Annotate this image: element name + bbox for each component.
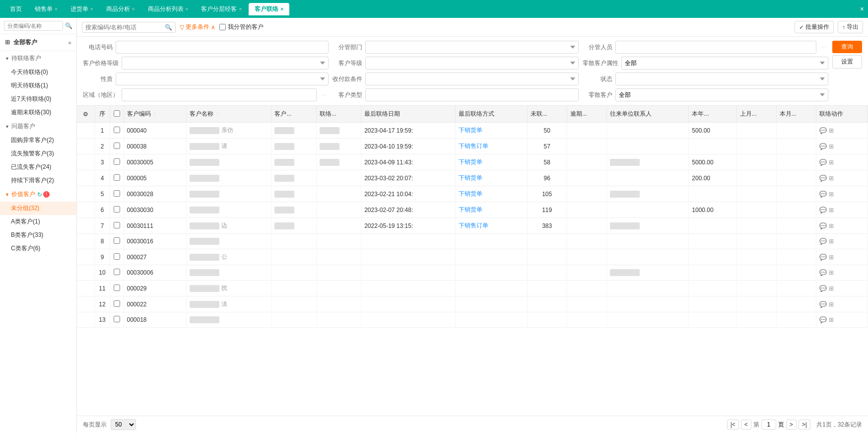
row-checkbox[interactable] [110,265,124,281]
sidebar-search-icon[interactable]: 🔍 [65,22,72,29]
more-conditions-btn[interactable]: ▽ 更多条件 ∧ [180,23,215,31]
tab-product-list[interactable]: 商品分析列表 × [142,3,195,15]
query-button[interactable]: 查询 [832,41,862,53]
grid-action-icon[interactable]: ⊞ [829,254,834,261]
col-name[interactable]: 客户名称 ⋮ [187,106,271,123]
page-size-select[interactable]: 50 100 [111,419,136,430]
region-input[interactable] [122,88,317,101]
grid-action-icon[interactable]: ⊞ [829,269,834,276]
sidebar-section-problem[interactable]: ▼ 问题客户 [0,119,76,134]
tab-sales-close[interactable]: × [55,6,58,12]
reset-button[interactable]: 设置 [832,55,862,69]
col-category[interactable]: 客户... [271,106,316,123]
retail-attr-select[interactable]: 全部 [621,57,828,70]
last-type-link[interactable]: 下销货单 [459,174,482,181]
sidebar-item-tomorrow[interactable]: 明天待联络(1) [0,79,76,92]
status-select[interactable] [615,72,828,85]
sidebar-section-value[interactable]: ▼ 价值客户 ↻ ! [0,187,76,202]
col-partner[interactable]: 往来单位联系人 [606,106,688,123]
col-code[interactable]: 客户编码 ⋮ [124,106,187,123]
tab-product-analysis[interactable]: 商品分析 × [100,3,141,15]
chat-icon[interactable]: 💬 [819,254,827,261]
row-checkbox[interactable] [110,123,124,139]
customer-level-select[interactable] [365,57,578,70]
tab-customer-segment-close[interactable]: × [239,6,242,12]
chat-icon[interactable]: 💬 [819,175,827,182]
grid-action-icon[interactable]: ⊞ [829,175,834,182]
tab-purchase[interactable]: 进货单 × [65,3,99,15]
toolbar-search-icon[interactable]: 🔍 [165,24,172,31]
last-type-link[interactable]: 下销货单 [459,206,482,213]
row-checkbox[interactable] [110,202,124,218]
row-checkbox[interactable] [110,170,124,186]
tab-customer-contact-close[interactable]: × [280,6,283,12]
grid-action-icon[interactable]: ⊞ [829,316,834,323]
row-checkbox[interactable] [110,218,124,234]
page-number-input[interactable] [761,420,776,430]
row-checkbox[interactable] [110,139,124,154]
chat-icon[interactable]: 💬 [819,191,827,198]
chat-icon[interactable]: 💬 [819,301,827,308]
chat-icon[interactable]: 💬 [819,269,827,276]
sidebar-item-descending[interactable]: 持续下滑客户(2) [0,174,76,187]
export-button[interactable]: ↑ 导出 [838,21,863,33]
grid-action-icon[interactable]: ⊞ [829,143,834,150]
sidebar-item-ungroup[interactable]: 未分组(32) [0,202,76,215]
next-page-btn[interactable]: > [786,420,797,430]
chat-icon[interactable]: 💬 [819,316,827,323]
batch-op-button[interactable]: ✓ 批量操作 [795,21,834,33]
grid-action-icon[interactable]: ⊞ [829,207,834,214]
phone-input[interactable] [116,41,329,54]
col-contact[interactable]: 联络... [316,106,361,123]
grid-action-icon[interactable]: ⊞ [829,159,834,166]
grid-action-icon[interactable]: ⊞ [829,127,834,134]
col-checkbox[interactable] [110,106,124,123]
first-page-btn[interactable]: |< [727,420,739,430]
col-settings[interactable]: ⚙ [77,106,95,123]
last-type-link[interactable]: 下销售订单 [459,143,488,149]
sidebar-item-lost[interactable]: 已流失客户(24) [0,160,76,174]
col-code-resize[interactable]: ⋮ [152,111,157,117]
toolbar-search-input[interactable] [85,24,165,31]
sidebar-collapse-icon[interactable]: « [68,39,71,46]
col-this-month[interactable]: 本月... [776,106,816,123]
sidebar-item-group-a[interactable]: A类客户(1) [0,215,76,228]
sidebar-item-near7[interactable]: 近7天待联络(0) [0,92,76,106]
dept-select[interactable] [365,41,578,54]
row-checkbox[interactable] [110,249,124,265]
chat-icon[interactable]: 💬 [819,207,827,214]
person-input[interactable] [615,41,816,54]
row-checkbox[interactable] [110,154,124,170]
tab-purchase-close[interactable]: × [90,6,93,12]
last-type-link[interactable]: 下销货单 [459,190,482,197]
col-this-year[interactable]: 本年... [689,106,736,123]
sidebar-all-customers[interactable]: ⊞ 全部客户 « [0,34,76,51]
chat-icon[interactable]: 💬 [819,285,827,292]
row-checkbox[interactable] [110,312,124,328]
grid-action-icon[interactable]: ⊞ [829,222,834,229]
col-name-resize[interactable]: ⋮ [215,111,220,117]
grid-action-icon[interactable]: ⊞ [829,285,834,292]
nature-select[interactable] [116,72,329,85]
col-last-type[interactable]: 最后联络方式 [455,106,527,123]
settings-icon[interactable]: ⚙ [83,111,88,118]
last-type-link[interactable]: 下销货单 [459,158,482,165]
grid-action-icon[interactable]: ⊞ [829,191,834,198]
reload-icon[interactable]: ↻ [37,191,42,198]
chat-icon[interactable]: 💬 [819,222,827,229]
sidebar-item-group-c[interactable]: C类客户(6) [0,242,76,255]
col-no-contact[interactable]: 未联... [527,106,567,123]
sidebar-section-pending[interactable]: ▼ 待联络客户 [0,51,76,66]
chat-icon[interactable]: 💬 [819,127,827,134]
my-customers-check[interactable] [219,24,226,30]
window-close-button[interactable]: × [860,5,864,13]
tab-home[interactable]: 首页 [4,3,28,15]
row-checkbox[interactable] [110,186,124,202]
col-last-month[interactable]: 上月... [736,106,776,123]
customer-type-input[interactable] [365,88,578,101]
sidebar-item-churn-risk[interactable]: 流失预警客户(3) [0,147,76,160]
tab-customer-segment[interactable]: 客户分层经客 × [195,3,248,15]
grid-action-icon[interactable]: ⊞ [829,238,834,245]
my-customers-checkbox[interactable]: 我分管的客户 [219,23,264,31]
chat-icon[interactable]: 💬 [819,143,827,150]
